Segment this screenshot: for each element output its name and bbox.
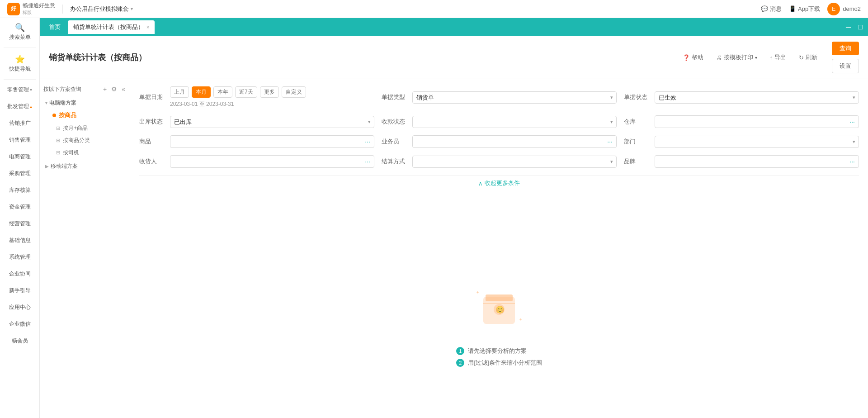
filter-area: 单据日期 上月 本月 本年 近7天 更多 自定义 20 bbox=[130, 79, 868, 229]
export-icon: ↑ bbox=[770, 54, 773, 61]
help-btn[interactable]: ❓ 帮助 bbox=[679, 52, 707, 63]
goods-text-input[interactable] bbox=[174, 138, 365, 145]
scheme-sub-driver[interactable]: ⊟ 按司机 bbox=[40, 147, 130, 159]
table2-icon: ⊟ bbox=[56, 138, 60, 143]
sidebar-item-operations[interactable]: 经营管理 bbox=[0, 215, 39, 232]
brand-dots-btn[interactable]: ··· bbox=[849, 158, 855, 165]
date-more-btn[interactable]: 更多 bbox=[260, 86, 279, 98]
payment-method-select[interactable] bbox=[412, 156, 617, 168]
refresh-btn[interactable]: ↻ 刷新 bbox=[795, 52, 821, 63]
tab-minimize-btn[interactable]: ─ bbox=[844, 21, 853, 33]
sidebar-item-inventory[interactable]: 库存核算 bbox=[0, 182, 39, 199]
refresh-icon: ↻ bbox=[799, 54, 804, 61]
payment-status-select-wrap bbox=[412, 116, 617, 128]
app-download-btn[interactable]: 📱 App下载 bbox=[789, 5, 820, 13]
salesperson-text-input[interactable] bbox=[416, 138, 607, 145]
goods-dots-btn[interactable]: ··· bbox=[365, 138, 370, 145]
tab-active[interactable]: 销货单统计计表（按商品） × bbox=[68, 20, 155, 34]
sidebar-item-marketing[interactable]: 营销推广 bbox=[0, 115, 39, 132]
sidebar-item-wholesale[interactable]: 批发管理 ▴ bbox=[0, 98, 39, 115]
warehouse-status-select[interactable]: 已出库 bbox=[170, 116, 374, 128]
sidebar-item-sales[interactable]: 销售管理 bbox=[0, 132, 39, 148]
scheme-sub-goods-cat[interactable]: ⊟ 按商品分类 bbox=[40, 134, 130, 147]
scheme-collapse-btn[interactable]: « bbox=[121, 85, 126, 94]
sidebar-item-quicknav[interactable]: ⭐ 快捷导航 bbox=[0, 50, 39, 77]
filter-collapse-btn[interactable]: ∧ 收起更多条件 bbox=[139, 175, 859, 191]
date-quick-btns: 上月 本月 本年 近7天 更多 自定义 bbox=[170, 86, 306, 98]
scheme-sub-month-goods[interactable]: ⊞ 按月+商品 bbox=[40, 122, 130, 134]
sidebar-item-wechat[interactable]: 企业微信 bbox=[0, 316, 39, 332]
tab-maximize-btn[interactable]: □ bbox=[856, 21, 864, 33]
sidebar-item-search[interactable]: 🔍 搜索菜单 bbox=[0, 18, 39, 46]
sidebar-item-newuser[interactable]: 新手引导 bbox=[0, 282, 39, 299]
message-btn[interactable]: 💬 消息 bbox=[761, 5, 782, 13]
warehouse-dots-btn[interactable]: ··· bbox=[849, 118, 855, 125]
sidebar-item-retail[interactable]: 零售管理 ▾ bbox=[0, 81, 39, 98]
filter-doc-status: 单据状态 已生效 bbox=[624, 86, 859, 108]
scheme-panel-header: 按以下方案查询 + ⚙ « bbox=[40, 83, 130, 95]
scheme-dot bbox=[52, 114, 56, 117]
message-icon: 💬 bbox=[761, 5, 768, 12]
date-7days-btn[interactable]: 近7天 bbox=[235, 86, 257, 98]
settings-btn[interactable]: 设置 bbox=[832, 59, 859, 73]
user-menu[interactable]: E demo2 bbox=[827, 3, 861, 15]
sidebar-item-appcenter[interactable]: 应用中心 bbox=[0, 299, 39, 316]
scheme-item-by-goods[interactable]: 按商品 bbox=[40, 109, 130, 122]
warehouse-status-select-wrap: 已出库 bbox=[170, 116, 374, 128]
collapse-icon: ∧ bbox=[478, 180, 483, 187]
filter-row-3: 商品 ··· 业务员 ··· bbox=[139, 135, 859, 148]
table-icon: ⊞ bbox=[56, 125, 60, 131]
filter-row-1: 单据日期 上月 本月 本年 近7天 更多 自定义 20 bbox=[139, 86, 859, 108]
salesperson-dots-btn[interactable]: ··· bbox=[607, 138, 613, 145]
payment-status-select[interactable] bbox=[412, 116, 617, 128]
filter-warehouse-status: 出库状态 已出库 bbox=[139, 115, 374, 128]
sidebar-item-member[interactable]: 畅会员 bbox=[0, 332, 39, 349]
filter-payment-method: 结算方式 bbox=[382, 155, 617, 168]
tab-close-icon[interactable]: × bbox=[146, 24, 149, 30]
tab-home[interactable]: 首页 bbox=[43, 20, 66, 34]
query-btn[interactable]: 查询 bbox=[832, 42, 859, 55]
receiver-dots-btn[interactable]: ··· bbox=[365, 158, 370, 165]
logo-text: 畅捷通好生意 标版 bbox=[23, 2, 55, 16]
sidebar-item-finance[interactable]: 资金管理 bbox=[0, 199, 39, 215]
scheme-edit-btn[interactable]: ⚙ bbox=[110, 85, 118, 94]
scheme-add-btn[interactable]: + bbox=[102, 85, 108, 94]
print-btn[interactable]: 🖨 按模板打印 ▾ bbox=[712, 52, 761, 63]
date-current-btn[interactable]: 本月 bbox=[192, 86, 211, 98]
empty-step-1: 1 请先选择要分析的方案 bbox=[456, 347, 542, 355]
date-prev-btn[interactable]: 上月 bbox=[170, 86, 189, 98]
filter-row-2: 出库状态 已出库 收款状态 bbox=[139, 115, 859, 128]
logo-area: 好 畅捷通好生意 标版 bbox=[7, 2, 55, 16]
inner-layout: 按以下方案查询 + ⚙ « ▾ 电脑端方案 按商品 bbox=[40, 79, 868, 418]
chevron-down-icon: ▾ bbox=[30, 87, 32, 92]
filter-doc-type: 单据类型 销货单 bbox=[382, 86, 617, 108]
sidebar-item-purchase[interactable]: 采购管理 bbox=[0, 165, 39, 182]
main-layout: 🔍 搜索菜单 ⭐ 快捷导航 零售管理 ▾ 批发管理 ▴ 营销推广 销售管理 电商… bbox=[0, 18, 868, 418]
filter-row-4: 收货人 ··· 结算方式 bbox=[139, 155, 859, 168]
doc-type-select[interactable]: 销货单 bbox=[412, 91, 617, 104]
warehouse-text-input[interactable] bbox=[659, 119, 849, 125]
brand-text-input[interactable] bbox=[659, 158, 849, 165]
scheme-group-pc-header[interactable]: ▾ 电脑端方案 bbox=[40, 97, 130, 109]
logo-icon: 好 bbox=[7, 3, 20, 15]
receiver-input: ··· bbox=[170, 155, 374, 168]
date-year-btn[interactable]: 本年 bbox=[213, 86, 232, 98]
svg-rect-1 bbox=[486, 294, 513, 301]
receiver-text-input[interactable] bbox=[174, 158, 365, 165]
workspace-selector[interactable]: 办公用品行业模拟账套 ▾ bbox=[70, 5, 133, 13]
sidebar-item-enterprise[interactable]: 企业协同 bbox=[0, 266, 39, 282]
sidebar-item-basics[interactable]: 基础信息 bbox=[0, 232, 39, 249]
date-custom-btn[interactable]: 自定义 bbox=[282, 86, 306, 98]
scheme-group-mobile-header[interactable]: ▶ 移动端方案 bbox=[40, 161, 130, 172]
help-icon: ❓ bbox=[683, 54, 690, 61]
sidebar-item-ecommerce[interactable]: 电商管理 bbox=[0, 148, 39, 165]
divider bbox=[4, 48, 36, 48]
empty-illustration: 😊 bbox=[467, 276, 531, 340]
goods-input: ··· bbox=[170, 135, 374, 148]
sidebar-item-system[interactable]: 系统管理 bbox=[0, 249, 39, 266]
chevron-right-icon: ▶ bbox=[45, 164, 49, 169]
doc-status-select[interactable]: 已生效 bbox=[655, 91, 859, 104]
filter-dept: 部门 bbox=[624, 135, 859, 148]
dept-select[interactable] bbox=[655, 136, 859, 148]
export-btn[interactable]: ↑ 导出 bbox=[766, 52, 790, 63]
